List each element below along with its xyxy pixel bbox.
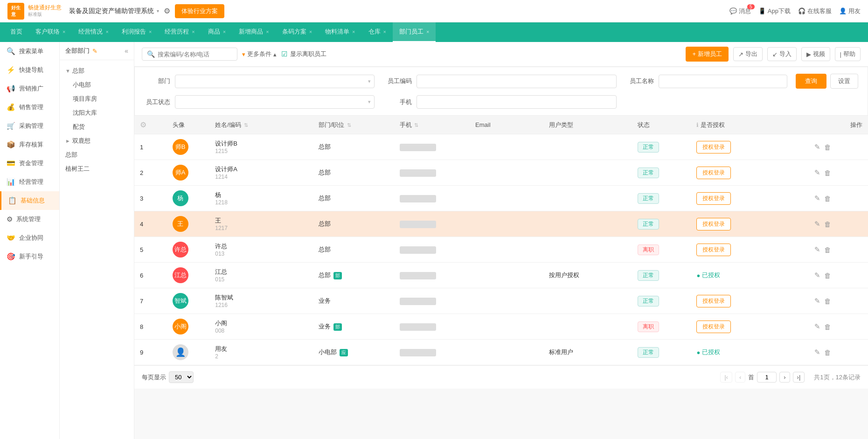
sidebar-item-系统管理[interactable]: ⚙系统管理 bbox=[0, 210, 59, 229]
delete-button[interactable]: 🗑 bbox=[824, 348, 831, 356]
next-page-button[interactable]: › bbox=[779, 372, 790, 383]
close-icon[interactable]: × bbox=[266, 29, 269, 35]
sidebar-item-营销推广[interactable]: 📢营销推广 bbox=[0, 79, 59, 98]
edit-button[interactable]: ✎ bbox=[814, 322, 820, 331]
delete-button[interactable]: 🗑 bbox=[824, 323, 831, 331]
dept-node-总部[interactable]: ▼ 总部 bbox=[60, 64, 134, 78]
close-icon[interactable]: × bbox=[426, 29, 429, 35]
emp-code-input[interactable] bbox=[417, 75, 616, 88]
nav-tab-新增商品[interactable]: 新增商品 × bbox=[232, 22, 275, 42]
close-icon[interactable]: × bbox=[62, 29, 65, 35]
edit-button[interactable]: ✎ bbox=[814, 348, 820, 356]
gear-icon[interactable]: ⚙ bbox=[164, 7, 170, 15]
nav-tab-利润报告[interactable]: 利润报告 × bbox=[115, 22, 158, 42]
close-icon[interactable]: × bbox=[383, 29, 386, 35]
reset-button[interactable]: 设置 bbox=[830, 74, 858, 89]
edit-button[interactable]: ✎ bbox=[814, 245, 820, 254]
dept-node-配货[interactable]: 配货 bbox=[60, 120, 134, 134]
nav-tab-商品[interactable]: 商品 × bbox=[201, 22, 232, 42]
settings-icon[interactable]: ⚙ bbox=[140, 121, 146, 129]
page-size-select[interactable]: 50 bbox=[169, 371, 194, 383]
close-icon[interactable]: × bbox=[223, 29, 226, 35]
online-service-button[interactable]: 🎧 在线客服 bbox=[798, 7, 832, 15]
delete-button[interactable]: 🗑 bbox=[824, 143, 831, 151]
sidebar-item-经营管理[interactable]: 📊经营管理 bbox=[0, 173, 59, 191]
show-resigned-toggle[interactable]: ☑ 显示离职员工 bbox=[281, 50, 326, 58]
dept-node-沈阳大库[interactable]: 沈阳大库 bbox=[60, 106, 134, 120]
dept-node-小电部[interactable]: 小电部 bbox=[60, 78, 134, 92]
search-input[interactable] bbox=[158, 51, 232, 58]
close-icon[interactable]: × bbox=[352, 29, 355, 35]
edit-button[interactable]: ✎ bbox=[814, 297, 820, 305]
dept-node-植树王二[interactable]: 植树王二 bbox=[60, 162, 134, 176]
col-phone[interactable]: 手机 ⇅ bbox=[394, 116, 470, 134]
col-dept[interactable]: 部门/职位 ⇅ bbox=[313, 116, 394, 134]
sidebar-item-新手引导[interactable]: 🎯新手引导 bbox=[0, 247, 59, 266]
add-employee-button[interactable]: + 新增员工 bbox=[686, 47, 728, 62]
edit-button[interactable]: ✎ bbox=[814, 194, 820, 202]
auth-info-icon[interactable]: ℹ bbox=[696, 122, 699, 128]
nav-tab-经营情况[interactable]: 经营情况 × bbox=[72, 22, 115, 42]
sidebar-item-销售管理[interactable]: 💰销售管理 bbox=[0, 98, 59, 117]
help-button[interactable]: | 帮助 bbox=[835, 47, 861, 61]
sidebar-item-采购管理[interactable]: 🛒采购管理 bbox=[0, 117, 59, 135]
delete-button[interactable]: 🗑 bbox=[824, 169, 831, 177]
view-button[interactable]: ▶ 视频 bbox=[801, 47, 830, 61]
auth-button[interactable]: 授权登录 bbox=[696, 192, 731, 205]
dept-node-总部[interactable]: 总部 bbox=[60, 148, 134, 162]
dept-edit-icon[interactable]: ✎ bbox=[92, 48, 97, 55]
emp-name-input[interactable] bbox=[659, 75, 787, 88]
dept-node-项目库房[interactable]: 项目库房 bbox=[60, 92, 134, 106]
auth-button[interactable]: 授权登录 bbox=[696, 321, 731, 333]
delete-button[interactable]: 🗑 bbox=[824, 246, 831, 254]
auth-button[interactable]: 授权登录 bbox=[696, 141, 731, 153]
edit-button[interactable]: ✎ bbox=[814, 168, 820, 177]
user-menu-button[interactable]: 👤 用友 bbox=[839, 7, 861, 15]
sidebar-item-资金管理[interactable]: 💳资金管理 bbox=[0, 154, 59, 173]
delete-button[interactable]: 🗑 bbox=[824, 195, 831, 202]
dept-select[interactable] bbox=[175, 75, 375, 88]
nav-tab-客户联络[interactable]: 客户联络 × bbox=[29, 22, 72, 42]
nav-tab-条码方案[interactable]: 条码方案 × bbox=[276, 22, 319, 42]
message-button[interactable]: 💬 消息 5 bbox=[729, 7, 751, 15]
system-dropdown-icon[interactable]: ▾ bbox=[157, 8, 159, 14]
sidebar-item-基础信息[interactable]: 📋基础信息 bbox=[0, 191, 59, 210]
auth-button[interactable]: 授权登录 bbox=[696, 244, 731, 256]
app-download-button[interactable]: 📱 App下载 bbox=[758, 7, 791, 15]
page-number-input[interactable] bbox=[757, 372, 777, 383]
edit-button[interactable]: ✎ bbox=[814, 220, 820, 228]
sidebar-item-库存核算[interactable]: 📦库存核算 bbox=[0, 135, 59, 154]
close-icon[interactable]: × bbox=[192, 29, 194, 35]
auth-button[interactable]: 授权登录 bbox=[696, 167, 731, 179]
phone-input[interactable] bbox=[417, 95, 616, 109]
nav-tab-仓库[interactable]: 仓库 × bbox=[362, 22, 393, 42]
auth-button[interactable]: 授权登录 bbox=[696, 295, 731, 307]
dept-node-双鹿想[interactable]: ► 双鹿想 bbox=[60, 134, 134, 148]
close-icon[interactable]: × bbox=[149, 29, 152, 35]
delete-button[interactable]: 🗑 bbox=[824, 220, 831, 228]
prev-page-button[interactable]: ‹ bbox=[735, 372, 745, 383]
sidebar-item-搜索菜单[interactable]: 🔍搜索菜单 bbox=[0, 42, 59, 61]
trial-button[interactable]: 体验行业方案 bbox=[175, 4, 224, 18]
last-page-button[interactable]: ›| bbox=[793, 372, 805, 383]
sidebar-item-快捷导航[interactable]: ⚡快捷导航 bbox=[0, 61, 59, 79]
close-icon[interactable]: × bbox=[309, 29, 312, 35]
nav-tab-经营历程[interactable]: 经营历程 × bbox=[158, 22, 201, 42]
import-button[interactable]: ↙ 导入 bbox=[767, 47, 797, 61]
first-page-button[interactable]: |‹ bbox=[720, 372, 732, 383]
nav-tab-物料清单[interactable]: 物料清单 × bbox=[319, 22, 361, 42]
auth-button[interactable]: 授权登录 bbox=[696, 218, 731, 230]
status-select[interactable] bbox=[175, 95, 375, 109]
nav-tab-首页[interactable]: 首页 bbox=[4, 22, 29, 42]
nav-tab-部门员工[interactable]: 部门员工 × bbox=[393, 22, 436, 42]
dept-collapse-icon[interactable]: « bbox=[125, 47, 128, 55]
query-button[interactable]: 查询 bbox=[796, 74, 826, 89]
export-button[interactable]: ↗ 导出 bbox=[733, 47, 763, 61]
delete-button[interactable]: 🗑 bbox=[824, 297, 831, 305]
delete-button[interactable]: 🗑 bbox=[824, 272, 831, 279]
col-name[interactable]: 姓名/编码 ⇅ bbox=[209, 116, 312, 134]
filter-button[interactable]: ▾ 更多条件 ▴ bbox=[242, 50, 277, 58]
edit-button[interactable]: ✎ bbox=[814, 271, 820, 279]
close-icon[interactable]: × bbox=[105, 29, 108, 35]
sidebar-item-企业协同[interactable]: 🤝企业协同 bbox=[0, 229, 59, 247]
